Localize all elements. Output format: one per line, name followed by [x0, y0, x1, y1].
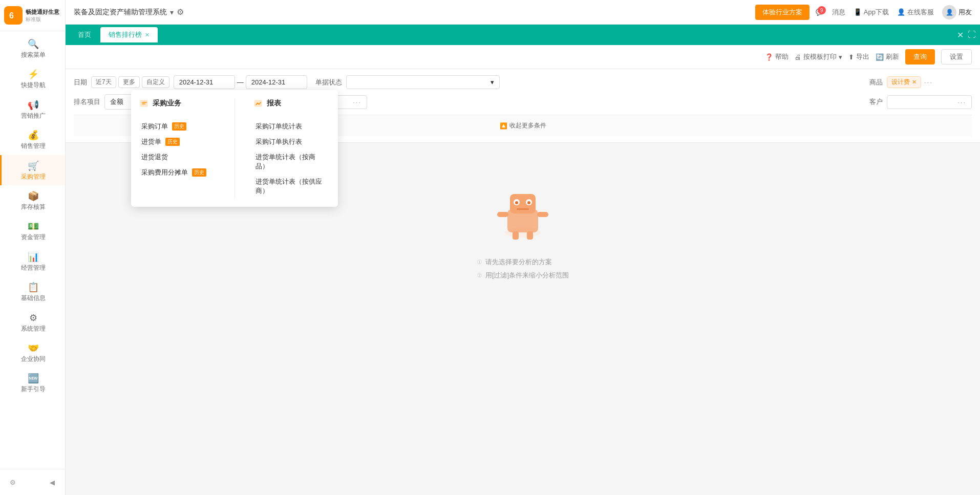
phone-icon: 📱: [854, 8, 862, 16]
menu-purchase-order-exec-label: 采购订单执行表: [255, 137, 302, 146]
industry-btn[interactable]: 体验行业方案: [755, 5, 809, 20]
enterprise-label: 企业协同: [21, 355, 46, 362]
goods-tag-close[interactable]: ✕: [912, 79, 917, 85]
menu-purchase-expense-label: 采购费用分摊单: [141, 168, 188, 177]
system-title: 装备及固定资产辅助管理系统 ▾ ⚙: [74, 7, 749, 17]
search-label: 搜索菜单: [21, 51, 46, 58]
sidebar-item-operation[interactable]: 📊 经营管理: [0, 246, 65, 276]
guide-icon: 🆕: [28, 373, 39, 384]
settings-btn[interactable]: 设置: [941, 49, 972, 64]
menu-purchase-order-stats[interactable]: 采购订单统计表: [253, 119, 330, 134]
purchase-order-history-tag: 历史: [172, 122, 186, 131]
salesperson-more[interactable]: ···: [353, 98, 361, 106]
system-settings-btn[interactable]: ⚙: [177, 7, 184, 17]
tab-expand-action[interactable]: ⛶: [968, 30, 976, 40]
report-section-icon: [253, 98, 264, 109]
tab-sales-rank-label: 销售排行榜: [109, 30, 142, 39]
logo-text-area: 畅捷通好生意 标准版: [26, 8, 59, 23]
purchase-section-title: 采购业务: [153, 99, 181, 108]
menu-purchase-order[interactable]: 采购订单 历史: [139, 119, 216, 134]
menu-purchase-expense[interactable]: 采购费用分摊单 历史: [139, 165, 216, 180]
collapse-btn[interactable]: 🔼 收起更多条件: [497, 118, 549, 133]
shortcut-7days[interactable]: 近7天: [91, 76, 116, 88]
tab-close-action[interactable]: ✕: [957, 30, 964, 40]
menu-inbound-by-goods[interactable]: 进货单统计表（按商品）: [253, 149, 330, 174]
export-icon: ⬆: [848, 53, 854, 61]
empty-hint-1: ① 请先选择要分析的方案: [477, 255, 569, 269]
svg-rect-13: [140, 100, 147, 106]
help-btn[interactable]: ❓ 帮助: [765, 52, 789, 61]
operation-icon: 📊: [28, 251, 39, 263]
quick-nav-icon: ⚡: [28, 69, 39, 80]
query-btn[interactable]: 查询: [905, 49, 935, 64]
inbound-history-tag: 历史: [165, 138, 180, 146]
filter-status-input[interactable]: ▾: [346, 75, 500, 89]
sidebar-collapse-btn[interactable]: ◀: [45, 475, 60, 490]
operation-label: 经营管理: [21, 264, 46, 271]
sidebar-settings-btn[interactable]: ⚙: [5, 475, 20, 490]
refresh-btn[interactable]: 🔄 刷新: [876, 52, 899, 61]
user-area[interactable]: 👤 用友: [942, 5, 972, 19]
purchase-section-icon: [139, 98, 150, 109]
user-avatar: 👤: [942, 5, 956, 19]
menu-return[interactable]: 进货退货: [139, 149, 216, 165]
sidebar-item-sales[interactable]: 💰 销售管理: [0, 124, 65, 155]
menu-inbound[interactable]: 进货单 历史: [139, 134, 216, 149]
sidebar-item-purchase[interactable]: 🛒 采购管理: [0, 155, 65, 185]
sidebar-item-basic[interactable]: 📋 基础信息: [0, 276, 65, 307]
system-title-dropdown[interactable]: ▾: [170, 8, 174, 16]
menu-purchase-order-label: 采购订单: [141, 122, 168, 131]
sidebar-item-marketing[interactable]: 📢 营销推广: [0, 94, 65, 124]
goods-more[interactable]: ···: [924, 78, 933, 86]
sidebar-item-inventory[interactable]: 📦 库存核算: [0, 185, 65, 216]
svg-rect-8: [517, 208, 529, 210]
notification-btn[interactable]: 💬 9: [816, 8, 824, 16]
svg-rect-9: [513, 231, 519, 240]
page-toolbar: ❓ 帮助 🖨 按模板打印 ▾ ⬆ 导出 🔄 刷新 查询 设置: [66, 45, 980, 69]
marketing-icon: 📢: [28, 99, 39, 111]
tab-home[interactable]: 首页: [70, 27, 99, 42]
top-header: 装备及固定资产辅助管理系统 ▾ ⚙ 体验行业方案 💬 9 消息 📱 App下载 …: [66, 0, 980, 25]
sidebar-item-enterprise[interactable]: 🤝 企业协同: [0, 337, 65, 368]
menu-inbound-by-supplier[interactable]: 进货单统计表（按供应商）: [253, 174, 330, 199]
tab-sales-rank-close[interactable]: ✕: [145, 32, 150, 38]
export-btn[interactable]: ⬆ 导出: [848, 52, 869, 61]
print-dropdown-icon: ▾: [839, 53, 842, 61]
filter-customer-input[interactable]: ···: [887, 95, 972, 109]
inventory-label: 库存核算: [21, 203, 46, 210]
sidebar-item-search[interactable]: 🔍 搜索菜单: [0, 33, 65, 63]
shortcut-custom[interactable]: 自定义: [142, 76, 169, 88]
date-start-input[interactable]: [174, 75, 235, 89]
purchase-dropdown-menu: 采购业务 采购订单 历史 进货单 历史 进货退货 采购费用分摊单: [131, 90, 338, 207]
tab-home-label: 首页: [78, 30, 91, 39]
help-icon: ❓: [765, 53, 773, 61]
menu-purchase-order-exec[interactable]: 采购订单执行表: [253, 134, 330, 149]
online-service-btn[interactable]: 👤 在线客服: [897, 8, 934, 17]
sidebar-item-system[interactable]: ⚙ 系统管理: [0, 307, 65, 337]
print-btn[interactable]: 🖨 按模板打印 ▾: [795, 52, 842, 61]
menu-return-label: 进货退货: [141, 153, 168, 162]
menu-inbound-label: 进货单: [141, 137, 161, 146]
report-section-header: 报表: [253, 98, 330, 113]
shortcut-more[interactable]: 更多: [118, 76, 140, 88]
sidebar-item-quick-nav[interactable]: ⚡ 快捷导航: [0, 63, 65, 94]
sidebar: 6 畅捷通好生意 标准版 🔍 搜索菜单 ⚡ 快捷导航 📢 营销推广 💰 销售管理…: [0, 0, 66, 495]
filter-row-1: 日期 近7天 更多 自定义 — 单据状态: [74, 75, 972, 89]
service-icon: 👤: [897, 8, 905, 16]
menu-inbound-by-goods-label: 进货单统计表（按商品）: [255, 153, 328, 171]
tab-bar-actions: ✕ ⛶: [957, 30, 976, 40]
filter-date-item: 日期 近7天 更多 自定义 —: [74, 75, 307, 89]
sidebar-item-guide[interactable]: 🆕 新手引导: [0, 368, 65, 398]
customer-more[interactable]: ···: [957, 98, 966, 106]
system-title-text: 装备及固定资产辅助管理系统: [74, 8, 167, 17]
app-download-btn[interactable]: 📱 App下载: [854, 8, 889, 17]
sidebar-item-finance[interactable]: 💵 资金管理: [0, 216, 65, 246]
marketing-label: 营销推广: [21, 112, 46, 119]
tab-sales-rank[interactable]: 销售排行榜 ✕: [100, 27, 158, 42]
filter-goods-label: 商品: [869, 78, 883, 87]
notification-label: 消息: [832, 8, 845, 17]
purchase-section: 采购业务 采购订单 历史 进货单 历史 进货退货 采购费用分摊单: [139, 98, 216, 199]
search-icon: 🔍: [28, 38, 39, 50]
date-end-input[interactable]: [246, 75, 307, 89]
svg-point-7: [527, 201, 530, 204]
